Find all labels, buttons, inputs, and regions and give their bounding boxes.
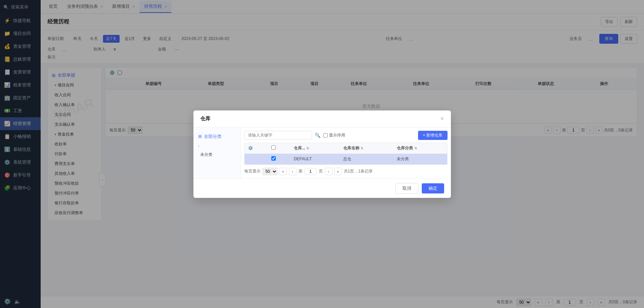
modal-warehouse-table: ⚙️ 仓库... ⇅ 仓库名称 — [245, 143, 447, 165]
modal-title: 仓库 — [200, 116, 210, 122]
modal-next-btn[interactable]: › — [325, 168, 332, 175]
warehouse-modal: 仓库 × ⊞ 全部分类 ‹ 未分类 — [193, 110, 451, 198]
modal-last-btn[interactable]: » — [334, 168, 342, 175]
col-code-label: 仓库... — [294, 146, 305, 150]
modal-table-wrap: ⚙️ 仓库... ⇅ 仓库名称 — [244, 143, 448, 165]
modal-total-info: 共1页，1条记录 — [344, 168, 373, 174]
modal-overlay: 仓库 × ⊞ 全部分类 ‹ 未分类 — [0, 0, 644, 308]
modal-page-suffix: 页 — [319, 168, 323, 174]
modal-footer-actions: 取消 确定 — [193, 179, 451, 198]
show-disabled-checkbox[interactable] — [323, 133, 328, 138]
show-disabled-text: 显示停用 — [329, 132, 345, 138]
modal-left-panel: ⊞ 全部分类 ‹ 未分类 — [193, 127, 241, 179]
modal-unclassified[interactable]: 未分类 — [193, 150, 241, 160]
modal-per-page-label: 每页显示 — [244, 168, 261, 174]
modal-col-checkbox — [268, 143, 290, 154]
modal-first-btn[interactable]: « — [279, 168, 287, 175]
modal-pagination: 每页显示 50 « ‹ 第 页 › » 共1页，1条记录 — [244, 165, 448, 175]
modal-toolbar: 🔍 显示停用 + 新增仓库 — [244, 131, 448, 140]
settings-col-icon: ⚙️ — [248, 146, 253, 150]
modal-page-input[interactable] — [305, 168, 317, 175]
modal-header: 仓库 × — [193, 110, 451, 127]
all-category-label: 全部分类 — [204, 134, 222, 140]
row-name: 总仓 — [340, 153, 393, 164]
unclassified-label: 未分类 — [200, 152, 212, 157]
col-category-label: 仓库分类 — [397, 146, 413, 150]
row-code: DEFAULT — [290, 153, 340, 164]
grid-icon-modal: ⊞ — [198, 134, 202, 139]
modal-right-panel: 🔍 显示停用 + 新增仓库 ⚙️ — [241, 127, 451, 179]
row-category: 未分类 — [393, 153, 447, 164]
modal-search-button[interactable]: 🔍 — [315, 132, 320, 138]
row-settings — [245, 153, 268, 164]
modal-left-collapse-icon[interactable]: ‹ — [198, 144, 200, 148]
modal-col-name[interactable]: 仓库名称 ⇅ — [340, 143, 393, 154]
sort-icon-category: ⇅ — [414, 146, 417, 150]
modal-close-btn[interactable]: × — [440, 115, 444, 122]
sort-icon-name: ⇅ — [360, 146, 363, 150]
table-row[interactable]: DEFAULT 总仓 未分类 — [245, 153, 447, 164]
modal-cancel-button[interactable]: 取消 — [395, 183, 418, 194]
col-name-label: 仓库名称 — [343, 146, 359, 150]
show-disabled-label[interactable]: 显示停用 — [323, 132, 345, 138]
row-checkbox — [268, 153, 290, 164]
modal-prev-btn[interactable]: ‹ — [289, 168, 296, 175]
modal-col-code[interactable]: 仓库... ⇅ — [290, 143, 340, 154]
modal-search-input[interactable] — [244, 131, 312, 140]
sort-icon-code: ⇅ — [306, 146, 309, 150]
modal-all-category[interactable]: ⊞ 全部分类 — [193, 131, 241, 142]
modal-col-category[interactable]: 仓库分类 ⇅ — [393, 143, 447, 154]
modal-col-settings[interactable]: ⚙️ — [245, 143, 268, 154]
modal-page-prefix: 第 — [298, 168, 303, 174]
modal-per-page-select[interactable]: 50 — [263, 168, 277, 175]
modal-body: ⊞ 全部分类 ‹ 未分类 🔍 显示停用 — [193, 127, 451, 179]
modal-table-select-all[interactable] — [271, 145, 276, 150]
modal-confirm-button[interactable]: 确定 — [422, 183, 444, 193]
row-select-checkbox[interactable] — [271, 156, 276, 161]
add-warehouse-button[interactable]: + 新增仓库 — [418, 131, 447, 140]
